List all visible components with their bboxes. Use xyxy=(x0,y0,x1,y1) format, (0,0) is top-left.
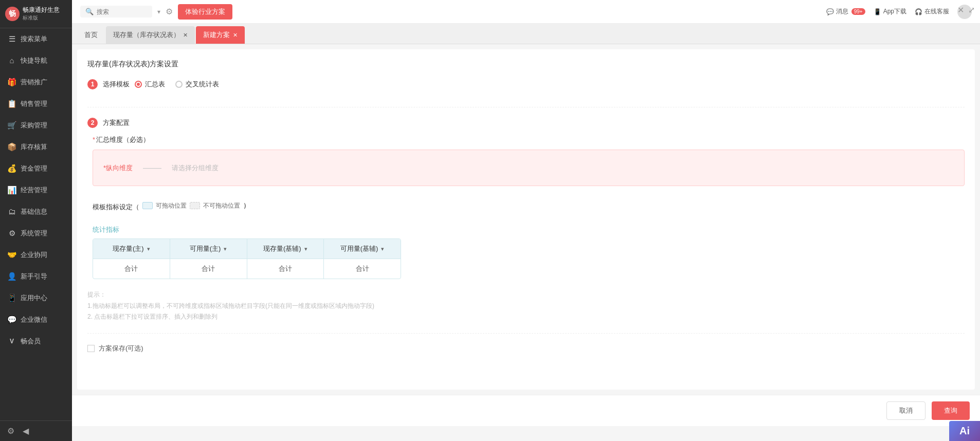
stats-table-header: 现存量(主) ▾ 可用量(主) ▾ 现存量(基辅) ▾ xyxy=(93,239,401,259)
indicators-label-suffix: ） xyxy=(243,201,250,210)
vertical-dim-label: *纵向维度 xyxy=(103,163,133,173)
sidebar-item-system[interactable]: ⚙ 系统管理 xyxy=(0,223,72,244)
tab-inventory-status[interactable]: 现存量（库存状况表） ✕ xyxy=(106,26,195,44)
sidebar-item-marketing[interactable]: 🎁 营销推广 xyxy=(0,71,72,93)
stats-table: 现存量(主) ▾ 可用量(主) ▾ 现存量(基辅) ▾ xyxy=(93,238,401,279)
save-checkbox[interactable] xyxy=(87,345,95,352)
app-center-icon: 📱 xyxy=(7,293,16,303)
stats-col-3[interactable]: 现存量(基辅) ▾ xyxy=(247,239,324,259)
sidebar-item-label: 基础信息 xyxy=(21,207,47,216)
search-input[interactable] xyxy=(97,8,148,15)
app-download-item[interactable]: 📱 App下载 xyxy=(874,7,906,16)
draggable-box xyxy=(142,202,153,209)
col2-chevron-icon: ▾ xyxy=(224,246,227,252)
sidebar-item-finance[interactable]: 💰 资金管理 xyxy=(0,158,72,179)
settings-panel: 现存量(库存状况表)方案设置 1 选择模板 汇总表 交叉统计表 xyxy=(77,49,975,390)
app-download-label: App下载 xyxy=(883,7,906,16)
trial-button[interactable]: 体验行业方案 xyxy=(178,4,232,20)
online-service-label: 在线客服 xyxy=(924,7,949,16)
stats-cell-2: 合计 xyxy=(170,259,247,279)
template-radio-group: 汇总表 交叉统计表 xyxy=(135,80,219,89)
col2-label: 可用量(主) xyxy=(190,244,221,253)
tab-new-plan[interactable]: 新建方案 ✕ xyxy=(196,26,245,44)
sidebar-item-wechat[interactable]: 💬 企业微信 xyxy=(0,309,72,330)
tab-label: 现存量（库存状况表） xyxy=(113,30,180,40)
stats-cell-4: 合计 xyxy=(324,259,401,279)
tab-home[interactable]: 首页 xyxy=(77,26,105,44)
marketing-icon: 🎁 xyxy=(7,78,16,87)
radio-cross[interactable]: 交叉统计表 xyxy=(175,80,219,89)
sidebar-item-label: 搜索菜单 xyxy=(21,34,47,44)
col1-label: 现存量(主) xyxy=(113,244,144,253)
stats-col-1[interactable]: 现存量(主) ▾ xyxy=(93,239,170,259)
tip-1: 1.拖动标题栏可以调整布局，不可跨维度或指标区域拖动栏目字段(只能在同一维度或指… xyxy=(87,301,965,312)
window-expand-icon[interactable]: ⤢ xyxy=(968,5,975,15)
sidebar-item-label: 系统管理 xyxy=(21,229,47,238)
radio-summary-label: 汇总表 xyxy=(145,80,165,89)
sidebar-item-label: 企业协同 xyxy=(21,250,47,260)
online-service-item[interactable]: 🎧 在线客服 xyxy=(915,7,949,16)
sidebar-item-search-menu[interactable]: ☰ 搜索菜单 xyxy=(0,28,72,50)
app-download-icon: 📱 xyxy=(874,8,881,15)
col3-label: 现存量(基辅) xyxy=(263,244,301,253)
query-button[interactable]: 查询 xyxy=(932,401,970,420)
sidebar-item-purchase[interactable]: 🛒 采购管理 xyxy=(0,115,72,136)
settings-icon[interactable]: ⚙ xyxy=(7,426,14,436)
save-option: 方案保存(可选) xyxy=(87,344,965,353)
legend-draggable: 可拖动位置 xyxy=(142,201,187,210)
legend-non-draggable: 不可拖动位置 xyxy=(190,201,240,210)
sidebar-item-label: 新手引导 xyxy=(21,272,47,281)
sidebar-item-quick-nav[interactable]: ⌂ 快捷导航 xyxy=(0,50,72,71)
radio-summary[interactable]: 汇总表 xyxy=(135,80,165,89)
logo-icon: 畅 xyxy=(5,7,20,21)
main-area: 🔍 ▾ ⚙ 体验行业方案 💬 消息 99+ 📱 App下载 🎧 在线客服 首页 xyxy=(72,0,980,441)
logo-version: 标准版 xyxy=(23,14,60,22)
search-box[interactable]: 🔍 xyxy=(80,6,152,17)
sidebar-item-label: 库存核算 xyxy=(21,142,47,152)
headset-icon: 🎧 xyxy=(915,8,922,15)
section-1-title: 选择模板 xyxy=(103,80,130,89)
sidebar-item-operations[interactable]: 📊 经营管理 xyxy=(0,179,72,201)
tab-bar: 首页 现存量（库存状况表） ✕ 新建方案 ✕ ✕ ⤢ xyxy=(72,24,980,44)
stats-col-2[interactable]: 可用量(主) ▾ xyxy=(170,239,247,259)
sidebar-item-app-center[interactable]: 📱 应用中心 xyxy=(0,287,72,309)
panel-title: 现存量(库存状况表)方案设置 xyxy=(87,60,965,69)
sidebar-item-member[interactable]: V 畅会员 xyxy=(0,330,72,352)
tab-close-new-plan[interactable]: ✕ xyxy=(233,32,238,39)
non-draggable-label: 不可拖动位置 xyxy=(203,201,240,210)
stats-col-4[interactable]: 可用量(基辅) ▾ xyxy=(324,239,401,259)
cancel-button[interactable]: 取消 xyxy=(886,401,925,420)
sidebar-item-basic-info[interactable]: 🗂 基础信息 xyxy=(0,201,72,223)
sidebar-item-label: 资金管理 xyxy=(21,164,47,173)
sidebar-menu: ☰ 搜索菜单 ⌂ 快捷导航 🎁 营销推广 📋 销售管理 🛒 采购管理 📦 库存核… xyxy=(0,28,72,420)
ai-badge[interactable]: Ai xyxy=(949,421,980,441)
topbar-right: 💬 消息 99+ 📱 App下载 🎧 在线客服 xyxy=(826,5,972,19)
dimension-placeholder: 请选择分组维度 xyxy=(172,163,219,173)
draggable-label: 可拖动位置 xyxy=(156,201,187,210)
collapse-icon[interactable]: ◀ xyxy=(23,426,29,436)
inventory-icon: 📦 xyxy=(7,142,16,152)
sidebar-item-sales[interactable]: 📋 销售管理 xyxy=(0,93,72,115)
sidebar-item-contracts[interactable]: 🤝 企业协同 xyxy=(0,244,72,266)
sidebar-item-guide[interactable]: 👤 新手引导 xyxy=(0,266,72,287)
message-label: 消息 xyxy=(836,7,848,16)
sidebar-item-inventory[interactable]: 📦 库存核算 xyxy=(0,136,72,158)
message-item[interactable]: 💬 消息 99+ xyxy=(826,7,865,16)
col4-label: 可用量(基辅) xyxy=(340,244,378,253)
section-2-header: 2 方案配置 xyxy=(87,118,965,128)
system-icon: ⚙ xyxy=(7,229,16,238)
sidebar-item-label: 快捷导航 xyxy=(21,56,47,65)
basic-info-icon: 🗂 xyxy=(7,207,16,216)
topbar-gear-icon[interactable]: ⚙ xyxy=(166,7,173,16)
section-2-title: 方案配置 xyxy=(103,118,130,127)
stats-cell-3: 合计 xyxy=(247,259,324,279)
message-badge: 99+ xyxy=(851,8,865,15)
tab-close-inventory[interactable]: ✕ xyxy=(183,32,188,39)
dimension-box[interactable]: *纵向维度 —— 请选择分组维度 xyxy=(93,150,965,186)
sales-icon: 📋 xyxy=(7,99,16,108)
sidebar-item-label: 销售管理 xyxy=(21,99,47,108)
topbar-chevron-icon[interactable]: ▾ xyxy=(157,8,160,15)
window-close-icon[interactable]: ✕ xyxy=(957,5,964,15)
radio-cross-label: 交叉统计表 xyxy=(186,80,219,89)
sidebar-item-label: 营销推广 xyxy=(21,78,47,87)
